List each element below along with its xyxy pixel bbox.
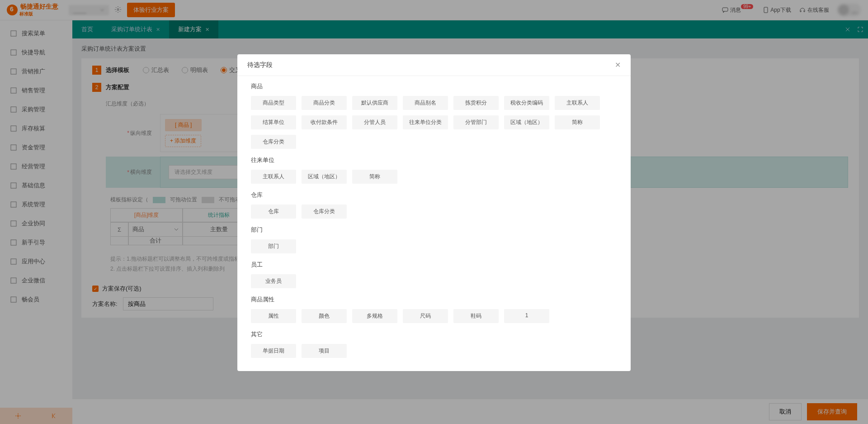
- modal-title: 待选字段: [247, 61, 273, 69]
- field-tag[interactable]: 尺码: [403, 309, 448, 323]
- field-group-title-3: 部门: [251, 226, 617, 234]
- field-tag[interactable]: 颜色: [302, 309, 347, 323]
- field-tag[interactable]: 拣货积分: [453, 96, 499, 110]
- field-tag[interactable]: 多规格: [352, 309, 397, 323]
- field-tag[interactable]: 主联系人: [251, 170, 296, 184]
- field-group-title-0: 商品: [251, 82, 617, 91]
- field-tag[interactable]: 仓库分类: [251, 135, 296, 149]
- field-group-title-2: 仓库: [251, 191, 617, 199]
- field-tag[interactable]: 区域（地区）: [302, 170, 347, 184]
- field-tag[interactable]: 仓库: [251, 205, 296, 219]
- field-tag[interactable]: 1: [504, 309, 549, 323]
- field-tag[interactable]: 属性: [251, 309, 296, 323]
- field-tag[interactable]: 商品类型: [251, 96, 296, 110]
- field-tag[interactable]: 税收分类编码: [504, 96, 549, 110]
- modal-overlay[interactable]: 待选字段 ✕ 商品商品类型商品分类默认供应商商品别名拣货积分税收分类编码主联系人…: [0, 0, 868, 424]
- field-tag[interactable]: 仓库分类: [302, 205, 347, 219]
- field-group-title-6: 其它: [251, 330, 617, 338]
- field-tag[interactable]: 往来单位分类: [403, 115, 448, 129]
- field-tag[interactable]: 鞋码: [453, 309, 499, 323]
- field-group-title-4: 员工: [251, 261, 617, 269]
- field-tag[interactable]: 商品别名: [403, 96, 448, 110]
- field-tag[interactable]: 分管部门: [453, 115, 499, 129]
- field-tag[interactable]: 分管人员: [352, 115, 397, 129]
- modal-close-button[interactable]: ✕: [615, 61, 621, 69]
- field-tag[interactable]: 区域（地区）: [504, 115, 549, 129]
- field-tag[interactable]: 简称: [352, 170, 397, 184]
- field-tag[interactable]: 收付款条件: [302, 115, 347, 129]
- field-tag[interactable]: 简称: [555, 115, 600, 129]
- field-group-title-5: 商品属性: [251, 295, 617, 304]
- field-tag[interactable]: 项目: [302, 344, 347, 358]
- field-tag[interactable]: 主联系人: [555, 96, 600, 110]
- field-tag[interactable]: 商品分类: [302, 96, 347, 110]
- field-tag[interactable]: 单据日期: [251, 344, 296, 358]
- field-tag[interactable]: 默认供应商: [352, 96, 397, 110]
- field-group-title-1: 往来单位: [251, 156, 617, 164]
- field-tag[interactable]: 结算单位: [251, 115, 296, 129]
- field-tag[interactable]: 部门: [251, 239, 296, 253]
- field-selector-modal: 待选字段 ✕ 商品商品类型商品分类默认供应商商品别名拣货积分税收分类编码主联系人…: [237, 54, 631, 371]
- field-tag[interactable]: 业务员: [251, 274, 296, 288]
